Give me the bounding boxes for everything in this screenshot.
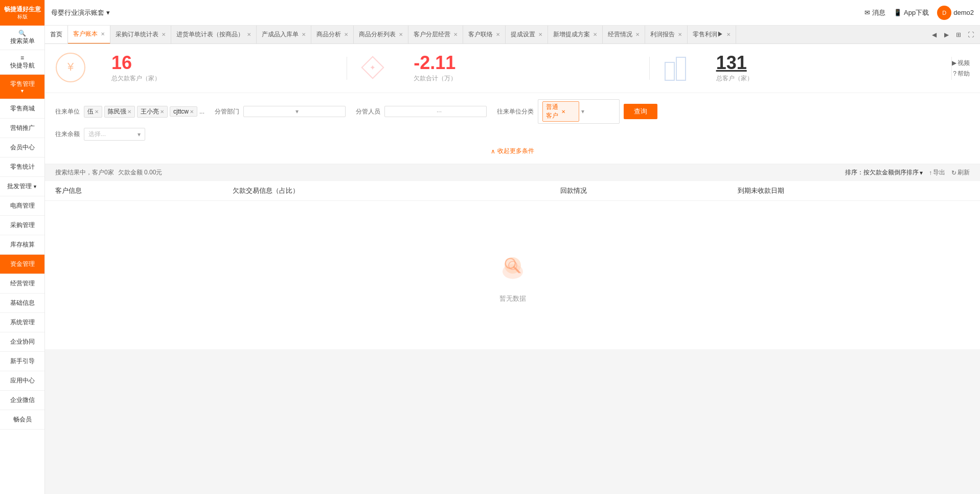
tab-label: 零售利润▶ [693, 30, 723, 39]
tab-product-analysis[interactable]: 商品分析 ✕ [311, 26, 354, 44]
sidebar-item-finance[interactable]: 资金管理 [0, 255, 44, 274]
tab-business-overview[interactable]: 经营情况 ✕ [603, 26, 645, 44]
tab-purchase-order[interactable]: 采购订单统计表 ✕ [110, 26, 171, 44]
tab-label: 商品分析列表 [359, 30, 396, 39]
filter-tag-chen[interactable]: 陈民强 ✕ [104, 106, 135, 118]
tab-retail-profit[interactable]: 零售利润▶ ✕ [688, 26, 736, 44]
tab-add-commission[interactable]: 新增提成方案 ✕ [548, 26, 603, 44]
help-button[interactable]: ? 帮助 [953, 70, 970, 78]
sidebar-item-operations[interactable]: 经营管理 [0, 274, 44, 294]
filter-tag-wu[interactable]: 伍 ✕ [84, 106, 102, 118]
sidebar-item-member[interactable]: 会员中心 [0, 138, 44, 158]
filter-tag-cjttcw[interactable]: cjttcw ✕ [170, 106, 197, 117]
sidebar-item-ecommerce[interactable]: 电商管理 [0, 196, 44, 216]
sidebar-search[interactable]: 🔍 搜索菜单 [0, 26, 44, 50]
tab-customer-ledger[interactable]: 客户账本 ✕ [68, 26, 110, 44]
sidebar-item-wechat[interactable]: 企业微信 [0, 391, 44, 410]
sidebar-item-purchase[interactable]: 采购管理 [0, 216, 44, 235]
tab-expand[interactable]: ⊞ [953, 30, 964, 40]
tab-close-icon[interactable]: ✕ [162, 32, 166, 37]
sidebar-item-inventory[interactable]: 库存核算 [0, 235, 44, 255]
person-select[interactable]: ··· [384, 106, 487, 117]
tab-purchase-stats[interactable]: 进货单统计表（按商品） ✕ [171, 26, 257, 44]
tab-close-icon[interactable]: ✕ [247, 32, 251, 37]
collapse-button[interactable]: ∧ 收起更多条件 [55, 145, 970, 158]
tag-close-icon[interactable]: ✕ [561, 109, 576, 115]
tab-close-icon[interactable]: ✕ [538, 32, 542, 37]
tab-close-icon[interactable]: ✕ [726, 32, 731, 37]
tab-customer-tier[interactable]: 客户分层经营 ✕ [408, 26, 463, 44]
messages-button[interactable]: ✉ 消息 [864, 8, 885, 17]
sidebar-item-guide[interactable]: 新手引导 [0, 352, 44, 371]
classification-select[interactable]: 普通客户 ✕ ▾ [538, 99, 620, 124]
chevron-down-icon: ▾ [581, 108, 615, 115]
sidebar-item-retail-mgmt[interactable]: 零售管理 ▼ [0, 75, 44, 99]
tab-customer-contact[interactable]: 客户联络 ✕ [463, 26, 506, 44]
account-selector[interactable]: 母婴行业演示账套 ▾ [51, 8, 110, 17]
tab-close-icon[interactable]: ✕ [302, 32, 306, 37]
sidebar-item-system[interactable]: 系统管理 [0, 313, 44, 332]
filter-tag-wang[interactable]: 王小亮 ✕ [137, 106, 168, 118]
stats-bar: ¥ 16 总欠款客户（家） ✦ -2.11 欠款合计（万） [45, 44, 980, 93]
classification-tag[interactable]: 普通客户 ✕ [542, 101, 579, 122]
tab-scroll-right[interactable]: ▶ [941, 30, 951, 40]
sidebar-item-label: 资金管理 [2, 260, 42, 268]
video-help-button[interactable]: ▶ 视频 [952, 59, 970, 68]
stat-block-total-customers: 131 总客户（家） [701, 54, 952, 83]
tab-label: 产成品入库单 [262, 30, 299, 39]
sidebar-item-member2[interactable]: 畅会员 [0, 410, 44, 430]
tab-close-icon[interactable]: ✕ [399, 32, 403, 37]
tab-product-analysis-list[interactable]: 商品分析列表 ✕ [354, 26, 408, 44]
stat-label-arrears-count: 总欠款客户（家） [111, 74, 161, 83]
tab-close-icon[interactable]: ✕ [635, 32, 640, 37]
sidebar-item-wholesale[interactable]: 批发管理 ▼ [0, 177, 44, 196]
amount-text: 欠款金额 0.00元 [118, 168, 163, 177]
sidebar-item-collab[interactable]: 企业协同 [0, 332, 44, 352]
sidebar-item-retail-stats[interactable]: 零售统计 [0, 158, 44, 177]
sidebar-quick-nav[interactable]: ≡ 快捷导航 [0, 50, 44, 75]
search-result-text: 搜索结果中，客户0家 [55, 168, 114, 177]
query-button[interactable]: 查询 [624, 104, 657, 119]
refresh-button[interactable]: ↻ 刷新 [951, 168, 970, 177]
tag-close-icon[interactable]: ✕ [190, 109, 194, 115]
tab-label: 客户账本 [73, 30, 98, 38]
username: demo2 [953, 9, 974, 16]
stat-value-arrears-total: -2.11 [414, 54, 455, 72]
user-avatar[interactable]: D demo2 [937, 6, 974, 20]
stat-icon-block1: ¥ [55, 52, 86, 84]
tab-scroll-left[interactable]: ◀ [929, 30, 939, 40]
sort-label: 排序：按欠款金额倒序排序 [845, 168, 919, 177]
sidebar-item-marketing[interactable]: 营销推广 [0, 119, 44, 138]
sidebar-item-basic-info[interactable]: 基础信息 [0, 294, 44, 313]
filter-more-icon[interactable]: ... [199, 108, 204, 115]
stat-block-customers-arrears: 16 总欠款客户（家） [96, 54, 347, 83]
tab-close-icon[interactable]: ✕ [344, 32, 348, 37]
avatar: D [937, 6, 951, 20]
tab-close-icon[interactable]: ✕ [593, 32, 597, 37]
topbar: 母婴行业演示账套 ▾ ✉ 消息 📱 App下载 D demo2 [45, 0, 980, 26]
svg-rect-4 [665, 62, 674, 80]
balance-placeholder: 选择... [88, 130, 106, 139]
dept-select[interactable]: ▾ [243, 106, 346, 117]
sidebar-item-app-center[interactable]: 应用中心 [0, 371, 44, 391]
tab-profit-report[interactable]: 利润报告 ✕ [645, 26, 688, 44]
chevron-down-icon: ▾ [295, 108, 341, 115]
tag-close-icon[interactable]: ✕ [127, 109, 131, 115]
download-icon: 📱 [894, 9, 902, 16]
tab-close-icon[interactable]: ✕ [453, 32, 458, 37]
app-download-button[interactable]: 📱 App下载 [894, 8, 929, 17]
export-button[interactable]: ↑ 导出 [929, 168, 945, 177]
sidebar-item-retail-shop[interactable]: 零售商城 [0, 99, 44, 119]
tab-fullscreen[interactable]: ⛶ [966, 30, 976, 40]
tag-close-icon[interactable]: ✕ [95, 109, 99, 115]
tab-close-icon[interactable]: ✕ [101, 31, 105, 37]
tab-close-icon[interactable]: ✕ [496, 32, 500, 37]
sort-dropdown[interactable]: 排序：按欠款金额倒序排序 ▾ [845, 168, 923, 177]
tab-home[interactable]: 首页 [45, 26, 68, 44]
collapse-label: 收起更多条件 [497, 147, 534, 155]
tab-product-inbound[interactable]: 产成品入库单 ✕ [257, 26, 311, 44]
tab-close-icon[interactable]: ✕ [678, 32, 682, 37]
balance-input[interactable]: 选择... ▾ [84, 128, 145, 141]
tag-close-icon[interactable]: ✕ [160, 109, 164, 115]
tab-commission-settings[interactable]: 提成设置 ✕ [506, 26, 548, 44]
